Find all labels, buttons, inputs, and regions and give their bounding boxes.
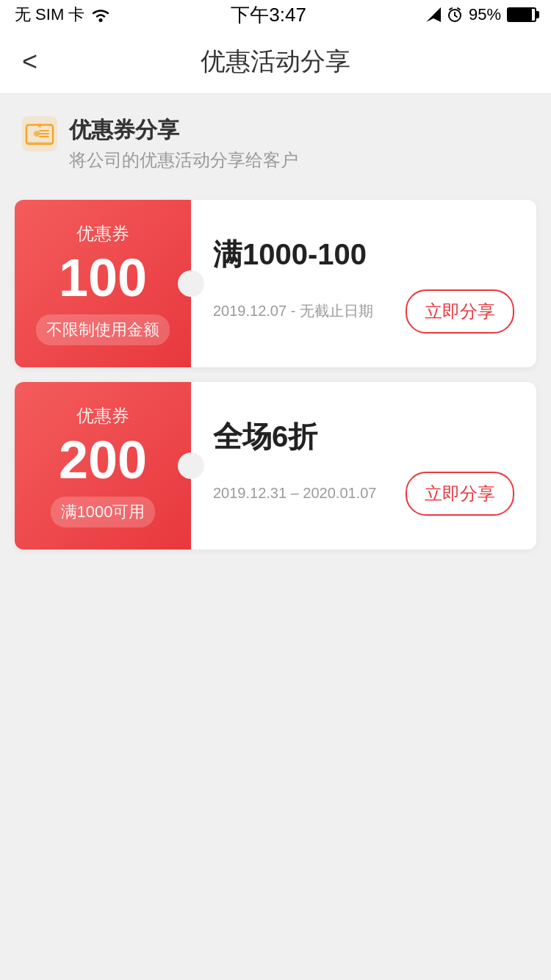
status-left: 无 SIM 卡	[15, 4, 111, 26]
coupon-condition-2: 满1000可用	[51, 497, 156, 527]
status-bar: 无 SIM 卡 下午3:47 95%	[0, 0, 551, 29]
svg-point-0	[99, 18, 103, 22]
coupon-label-1: 优惠券	[76, 222, 129, 245]
coupon-card-2: 优惠券 200 满1000可用 全场6折 2019.12.31 – 2020.0…	[15, 382, 536, 550]
section-title: 优惠券分享	[69, 115, 298, 145]
coupon-bottom-2: 2019.12.31 – 2020.01.07 立即分享	[213, 472, 514, 516]
coupon-bottom-1: 2019.12.07 - 无截止日期 立即分享	[213, 289, 514, 334]
nav-bar: < 优惠活动分享	[0, 29, 551, 94]
coupon-card: 优惠券 100 不限制使用金额 满1000-100 2019.12.07 - 无…	[15, 200, 536, 367]
back-button[interactable]: <	[22, 46, 37, 77]
share-button-1[interactable]: 立即分享	[406, 289, 514, 334]
status-right: 95%	[426, 5, 536, 24]
coupon-value-1: 100	[59, 251, 147, 304]
section-header: ★ 优惠券分享 将公司的优惠活动分享给客户	[0, 94, 551, 185]
coupon-date-2: 2019.12.31 – 2020.01.07	[213, 485, 394, 502]
coupon-share-icon: ★	[22, 116, 57, 151]
alarm-icon	[447, 7, 463, 23]
coupon-name-2: 全场6折	[213, 417, 514, 457]
coupon-right-1: 满1000-100 2019.12.07 - 无截止日期 立即分享	[191, 200, 536, 367]
coupon-right-2: 全场6折 2019.12.31 – 2020.01.07 立即分享	[191, 382, 536, 550]
svg-marker-1	[426, 7, 441, 22]
wifi-icon	[90, 7, 111, 23]
coupon-name-1: 满1000-100	[213, 234, 514, 275]
location-icon	[426, 7, 441, 22]
coupon-condition-1: 不限制使用金额	[36, 314, 170, 345]
svg-line-6	[458, 8, 460, 10]
svg-text:★: ★	[37, 122, 43, 129]
coupon-date-1: 2019.12.07 - 无截止日期	[213, 301, 394, 321]
section-text: 优惠券分享 将公司的优惠活动分享给客户	[69, 115, 298, 172]
coupon-left-2: 优惠券 200 满1000可用	[15, 382, 191, 550]
share-button-2[interactable]: 立即分享	[406, 472, 514, 516]
svg-line-5	[450, 8, 452, 10]
coupon-left-1: 优惠券 100 不限制使用金额	[15, 200, 191, 367]
battery-icon	[507, 7, 536, 22]
svg-line-4	[455, 15, 457, 17]
coupon-value-2: 200	[59, 433, 147, 486]
coupon-list: 优惠券 100 不限制使用金额 满1000-100 2019.12.07 - 无…	[0, 200, 551, 586]
coupon-label-2: 优惠券	[76, 404, 129, 428]
empty-area	[0, 586, 551, 980]
no-sim-text: 无 SIM 卡	[15, 4, 84, 26]
nav-title: 优惠活动分享	[201, 45, 350, 79]
status-time: 下午3:47	[231, 2, 306, 28]
section-desc: 将公司的优惠活动分享给客户	[69, 148, 298, 172]
battery-text: 95%	[469, 5, 501, 24]
